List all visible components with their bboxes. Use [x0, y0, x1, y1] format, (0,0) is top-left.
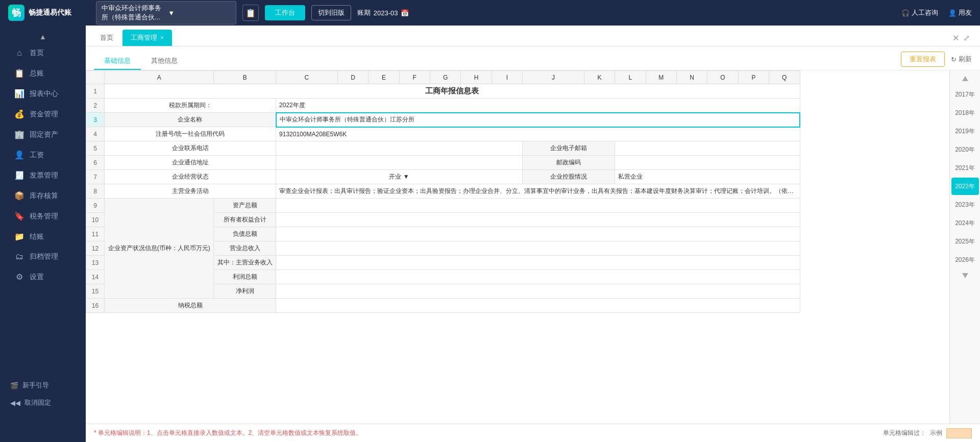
tab-active[interactable]: 工商管理 × — [122, 30, 172, 46]
row5-right-value[interactable] — [615, 141, 800, 156]
workbench-button[interactable]: 工作台 — [265, 5, 305, 20]
year-scroll-down[interactable] — [951, 269, 979, 282]
year-item-2024[interactable]: 2024年 — [951, 214, 979, 232]
year-item-2021[interactable]: 2021年 — [951, 159, 979, 177]
row10-value[interactable] — [276, 213, 800, 227]
row14-value[interactable] — [276, 270, 800, 284]
sidebar-item-archive[interactable]: 🗂 归档管理 — [4, 247, 82, 266]
sidebar-item-ledger[interactable]: 📋 总账 — [4, 63, 82, 83]
sidebar-item-report[interactable]: 📊 报表中心 — [4, 84, 82, 104]
sheet-table-wrapper[interactable]: A B C D E F G H I J K L — [86, 70, 949, 424]
table-row: 7 企业经营状态 开业 ▼ 企业控股情况 私营企业 — [86, 170, 800, 184]
bottom-bar: * 单元格编辑说明：1、点击单元格直接录入数值或文本。2、清空单元格数值或文本恢… — [86, 424, 980, 442]
close-account-icon: 📁 — [14, 232, 24, 241]
logo-text: 畅捷通易代账 — [29, 8, 71, 17]
row11-value[interactable] — [276, 227, 800, 241]
col-header-g: G — [430, 71, 460, 84]
row15-value[interactable] — [276, 284, 800, 299]
sub-tabs-left: 基础信息 其他信息 — [94, 53, 188, 69]
sidebar-item-settings[interactable]: ⚙ 设置 — [4, 267, 82, 287]
col-header-j: J — [523, 71, 584, 84]
close-window-icon[interactable]: ✕ — [952, 33, 959, 43]
row7-right-value[interactable]: 私营企业 — [615, 170, 800, 184]
year-item-2019[interactable]: 2019年 — [951, 122, 979, 140]
refresh-button[interactable]: ↻ 刷新 — [951, 55, 972, 64]
row2-value[interactable]: 2022年度 — [276, 99, 800, 113]
row-num-14: 14 — [86, 270, 105, 284]
sidebar-item-finance[interactable]: 💰 资金管理 — [4, 104, 82, 124]
year-item-2025[interactable]: 2025年 — [951, 233, 979, 250]
row16-value[interactable] — [276, 299, 800, 313]
row10-sub-label: 所有者权益合计 — [214, 213, 276, 227]
user-label: 用友 — [959, 8, 972, 17]
row3-value[interactable]: 中审众环会计师事务所（特殊普通合伙）江苏分所 — [276, 113, 800, 127]
row6-right-value[interactable] — [615, 156, 800, 170]
title-cell[interactable]: 工商年报信息表 — [105, 84, 800, 99]
sidebar: ▲ ⌂ 首页 📋 总账 📊 报表中心 💰 资金管理 🏢 固定资产 👤 工资 🧾 … — [0, 26, 86, 442]
row12-value[interactable] — [276, 241, 800, 256]
new-guide-item[interactable]: 🎬 新手引导 — [0, 377, 86, 394]
year-item-2026[interactable]: 2026年 — [951, 251, 979, 268]
year-item-2022[interactable]: 2022年 — [951, 178, 979, 195]
sidebar-item-tax[interactable]: 🔖 税务管理 — [4, 206, 82, 226]
row9-value[interactable] — [276, 199, 800, 213]
sidebar-item-asset[interactable]: 🏢 固定资产 — [4, 125, 82, 144]
col-header-q: Q — [769, 71, 800, 84]
row6-left-label: 企业通信地址 — [105, 156, 276, 170]
row4-value[interactable]: 91320100MA208E5W6K — [276, 127, 800, 141]
sidebar-item-invoice[interactable]: 🧾 发票管理 — [4, 165, 82, 185]
row-num-4: 4 — [86, 127, 105, 141]
row-num-11: 11 — [86, 227, 105, 241]
svg-marker-0 — [962, 76, 968, 81]
year-item-2023[interactable]: 2023年 — [951, 196, 979, 213]
cancel-fixed-item[interactable]: ◀◀ 取消固定 — [0, 394, 86, 411]
sidebar-item-home[interactable]: ⌂ 首页 — [4, 43, 82, 63]
row8-value[interactable]: 审查企业会计报表；出具审计报告；验证企业资本；出具验资报告；办理企业合并、分立、… — [276, 184, 800, 199]
sub-tab-basic[interactable]: 基础信息 — [94, 53, 141, 70]
sidebar-scroll-up[interactable]: ▲ — [0, 31, 86, 43]
sidebar-item-salary[interactable]: 👤 工资 — [4, 145, 82, 165]
row9-left-label: 企业资产状况信息(币种：人民币万元) — [105, 199, 214, 299]
col-header-o: O — [707, 71, 738, 84]
old-version-button[interactable]: 切到旧版 — [311, 5, 351, 20]
year-item-2017[interactable]: 2017年 — [951, 86, 979, 103]
dropdown-arrow-icon: ▼ — [168, 9, 230, 17]
col-header-p: P — [738, 71, 769, 84]
row6-left-value[interactable] — [276, 156, 523, 170]
col-header-k: K — [584, 71, 615, 84]
copy-icon-btn[interactable]: 📋 — [242, 5, 259, 21]
edit-example: 单元格编辑过： 示例 — [883, 428, 972, 438]
reset-report-button[interactable]: 重置报表 — [901, 52, 945, 67]
row7-dropdown[interactable]: 开业 ▼ — [276, 170, 523, 184]
sidebar-item-close-account[interactable]: 📁 结账 — [4, 227, 82, 247]
row8-label: 主营业务活动 — [105, 184, 276, 199]
sidebar-item-stock[interactable]: 📦 库存核算 — [4, 186, 82, 206]
row5-left-value[interactable] — [276, 141, 523, 156]
settings-icon: ⚙ — [14, 272, 24, 282]
col-header-f: F — [399, 71, 430, 84]
expand-window-icon[interactable]: ⤢ — [963, 33, 970, 43]
user-area[interactable]: 👤 用友 — [948, 8, 972, 17]
tab-close-icon[interactable]: × — [160, 34, 164, 41]
logo-char: 畅 — [12, 7, 21, 19]
bottom-hint: * 单元格编辑说明：1、点击单元格直接录入数值或文本。2、清空单元格数值或文本恢… — [94, 429, 362, 437]
sub-tab-other[interactable]: 其他信息 — [141, 53, 188, 70]
period-area: 账期 2023-03 📅 — [357, 8, 409, 17]
col-header-l: L — [615, 71, 646, 84]
year-item-2018[interactable]: 2018年 — [951, 104, 979, 121]
company-selector[interactable]: 中审众环会计师事务所（特殊普通合伙... ▼ — [96, 1, 236, 24]
row-num-6: 6 — [86, 156, 105, 170]
col-header-c: C — [276, 71, 338, 84]
calendar-icon[interactable]: 📅 — [401, 9, 409, 17]
tab-active-label: 工商管理 — [131, 33, 157, 42]
row11-sub-label: 负债总额 — [214, 227, 276, 241]
year-scroll-up[interactable] — [951, 72, 979, 85]
year-item-2020[interactable]: 2020年 — [951, 141, 979, 158]
ai-consult-button[interactable]: 🎧 人工咨询 — [901, 8, 938, 17]
row-num-13: 13 — [86, 256, 105, 270]
header-right: 🎧 人工咨询 👤 用友 — [901, 8, 972, 17]
sidebar-label-stock: 库存核算 — [30, 191, 58, 201]
row13-value[interactable] — [276, 256, 800, 270]
row-num-3: 3 — [86, 113, 105, 127]
tab-home[interactable]: 首页 — [92, 30, 121, 46]
